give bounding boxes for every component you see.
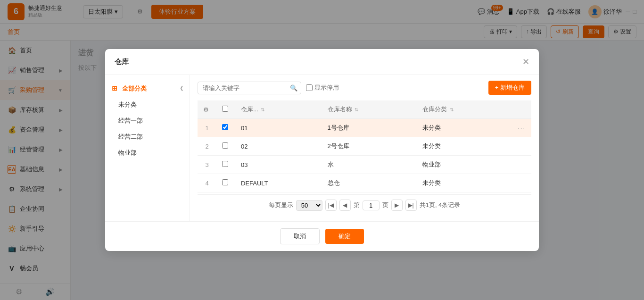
col-checkbox: [216, 100, 235, 119]
modal-close-button[interactable]: ✕: [522, 57, 529, 67]
col-actions: [512, 100, 531, 119]
page-unit: 页: [382, 201, 388, 209]
row-num: 3: [198, 156, 216, 174]
search-icon[interactable]: 🔍: [290, 84, 297, 92]
grid-icon: ⊞: [112, 84, 117, 92]
modal-left-panel: ⊞ 全部分类 《 未分类 经营一部 经营二部 物业部: [105, 75, 190, 221]
row-name: 总仓: [322, 174, 417, 192]
sort-icon: ⇅: [261, 107, 264, 112]
category-ops2[interactable]: 经营二部: [105, 129, 190, 145]
modal-overlay: 仓库 ✕ ⊞ 全部分类 《 未分类 经营一部 经营二部 物业部: [0, 0, 644, 300]
row-name: 水: [322, 156, 417, 174]
row-category: 未分类: [417, 119, 512, 137]
prev-page-btn[interactable]: ◀: [339, 200, 351, 211]
new-warehouse-button[interactable]: + 新增仓库: [488, 81, 531, 95]
row-num: 4: [198, 174, 216, 192]
row-checkbox[interactable]: [216, 156, 235, 174]
per-page-select[interactable]: 50 100: [296, 200, 322, 211]
row-more-btn[interactable]: ···: [518, 125, 526, 132]
row-actions: [512, 174, 531, 192]
row-name: 1号仓库: [322, 119, 417, 137]
modal-right-panel: 🔍 显示停用 + 新增仓库 ⚙: [190, 75, 539, 221]
table-row[interactable]: 3 03 水 物业部: [198, 156, 531, 174]
per-page-label: 每页显示: [269, 201, 293, 209]
category-ops1[interactable]: 经营一部: [105, 113, 190, 129]
row-category: 未分类: [417, 137, 512, 156]
modal-header: 仓库 ✕: [105, 49, 539, 75]
modal-body: ⊞ 全部分类 《 未分类 经营一部 经营二部 物业部 🔍: [105, 75, 539, 221]
warehouse-table: ⚙ 仓库... ⇅ 仓库名称: [198, 100, 531, 192]
modal-title: 仓库: [115, 58, 129, 67]
row-checkbox[interactable]: [216, 174, 235, 192]
modal-toolbar: 🔍 显示停用 + 新增仓库: [198, 81, 531, 95]
table-row[interactable]: 4 DEFAULT 总仓 未分类: [198, 174, 531, 192]
category-unclassified[interactable]: 未分类: [105, 97, 190, 113]
col-code-label: 仓库...: [241, 106, 258, 113]
row-category: 未分类: [417, 174, 512, 192]
show-disabled-checkbox[interactable]: [306, 84, 313, 91]
next-page-btn[interactable]: ▶: [391, 200, 403, 211]
category-property[interactable]: 物业部: [105, 145, 190, 161]
table-row[interactable]: 1 01 1号仓库 未分类 ···: [198, 119, 531, 137]
all-categories-label[interactable]: 全部分类: [122, 85, 147, 92]
row-num: 2: [198, 137, 216, 156]
sort-icon2: ⇅: [355, 107, 358, 112]
row-code: 03: [235, 156, 322, 174]
page-total: 共1页, 4条记录: [420, 201, 461, 209]
col-name-label: 仓库名称: [328, 106, 352, 113]
col-category: 仓库分类 ⇅: [417, 100, 512, 119]
search-wrap: 🔍: [198, 82, 301, 94]
show-disabled-text: 显示停用: [314, 83, 339, 92]
row-code: 01: [235, 119, 322, 137]
col-code: 仓库... ⇅: [235, 100, 322, 119]
row-name: 2号仓库: [322, 137, 417, 156]
table-header-row: ⚙ 仓库... ⇅ 仓库名称: [198, 100, 531, 119]
row-actions: ···: [512, 119, 531, 137]
category-header: ⊞ 全部分类 《: [105, 81, 190, 97]
confirm-button[interactable]: 确定: [325, 229, 364, 244]
modal-footer: 取消 确定: [105, 221, 539, 251]
row-code: 02: [235, 137, 322, 156]
row-actions: [512, 156, 531, 174]
table-row[interactable]: 2 02 2号仓库 未分类: [198, 137, 531, 156]
row-num: 1: [198, 119, 216, 137]
col-name: 仓库名称 ⇅: [322, 100, 417, 119]
row-checkbox[interactable]: [216, 137, 235, 156]
page-label: 第: [354, 201, 360, 209]
sort-icon3: ⇅: [450, 107, 454, 112]
col-category-label: 仓库分类: [422, 106, 447, 113]
collapse-icon[interactable]: 《: [177, 85, 183, 93]
search-input[interactable]: [198, 82, 301, 94]
page-input[interactable]: [363, 200, 380, 210]
cancel-button[interactable]: 取消: [280, 228, 320, 244]
row-actions: [512, 137, 531, 156]
pagination: 每页显示 50 100 |◀ ◀ 第 页 ▶ ▶| 共1页, 4条记录: [198, 194, 531, 216]
row-code: DEFAULT: [235, 174, 322, 192]
gear-icon[interactable]: ⚙: [203, 106, 209, 113]
row-category: 物业部: [417, 156, 512, 174]
first-page-btn[interactable]: |◀: [325, 200, 337, 211]
warehouse-modal: 仓库 ✕ ⊞ 全部分类 《 未分类 经营一部 经营二部 物业部: [105, 49, 539, 251]
show-disabled-toggle[interactable]: 显示停用: [306, 83, 339, 92]
row-checkbox[interactable]: [216, 119, 235, 137]
select-all-checkbox[interactable]: [222, 106, 228, 112]
last-page-btn[interactable]: ▶|: [405, 200, 417, 211]
col-gear: ⚙: [198, 100, 216, 119]
